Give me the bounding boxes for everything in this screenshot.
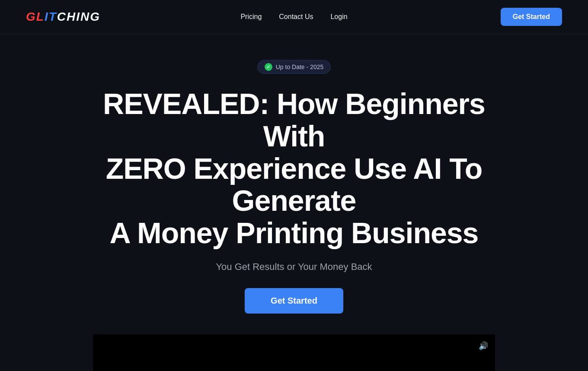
badge-check-icon [265,63,272,71]
volume-control[interactable]: 🔊 [479,341,488,351]
navbar-logo-area: GLITCHING [26,10,100,24]
volume-icon: 🔊 [479,341,488,351]
hero-title-line2: ZERO Experience Use AI To Generate [106,152,483,217]
navbar-cta: Get Started [501,8,562,26]
navbar: GLITCHING Pricing Contact Us Login Get S… [0,0,588,34]
badge: Up to Date - 2025 [257,60,331,74]
get-started-nav-button[interactable]: Get Started [501,8,562,26]
hero-title: REVEALED: How Beginners With ZERO Experi… [99,88,489,249]
hero-subtitle: You Get Results or Your Money Back [216,261,372,273]
logo[interactable]: GLITCHING [26,10,100,24]
nav-link-pricing[interactable]: Pricing [240,13,262,21]
hero-title-line3: A Money Printing Business [110,216,479,249]
get-started-hero-button[interactable]: Get Started [245,288,343,314]
nav-link-login[interactable]: Login [330,13,347,21]
video-player[interactable]: 🔊 [93,334,495,371]
hero-title-line1: REVEALED: How Beginners With [103,87,485,152]
hero-section: Up to Date - 2025 REVEALED: How Beginner… [0,34,588,371]
badge-text: Up to Date - 2025 [276,63,324,70]
nav-links: Pricing Contact Us Login [240,13,347,21]
nav-link-contact[interactable]: Contact Us [279,13,313,21]
